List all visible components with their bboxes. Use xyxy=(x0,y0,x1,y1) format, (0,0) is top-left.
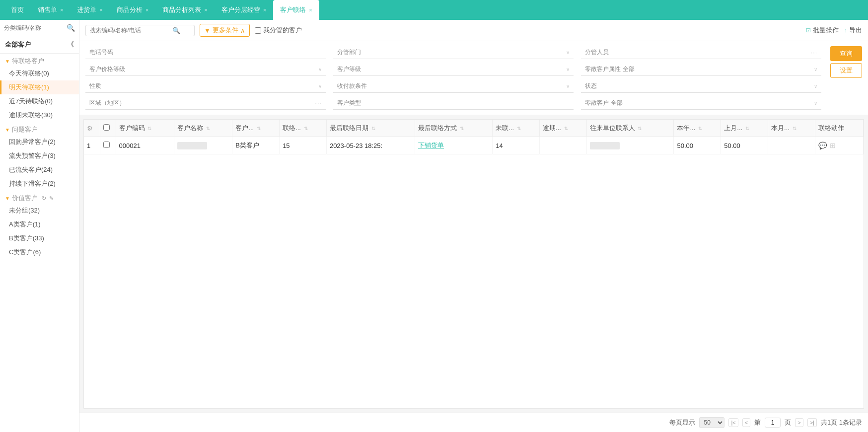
page-unit: 页 xyxy=(785,418,791,427)
filter-price-level[interactable]: 客户价格等级 ∨ xyxy=(85,63,326,76)
close-icon[interactable]: × xyxy=(263,7,266,13)
close-icon[interactable]: × xyxy=(204,7,207,13)
page-nav-prev[interactable]: < xyxy=(742,418,750,427)
nav-home[interactable]: 首页 xyxy=(4,0,31,20)
th-customer-name[interactable]: 客户名称 ⇅ xyxy=(174,120,232,137)
th-last-month[interactable]: 上月... ⇅ xyxy=(721,120,768,137)
search-input[interactable] xyxy=(90,27,169,34)
td-checkbox[interactable] xyxy=(100,137,116,154)
per-page-select[interactable]: 50 100 200 xyxy=(699,417,724,428)
filter-retail-customer[interactable]: 零散客户 全部 ∨ xyxy=(581,97,821,110)
filter-dept[interactable]: 分管部门 ∨ xyxy=(333,46,574,59)
nav-customer-contact[interactable]: 客户联络 × xyxy=(273,0,319,20)
page-nav-next[interactable]: > xyxy=(795,418,803,427)
td-last-contact-date: 2023-05-23 18:25: xyxy=(326,137,415,154)
close-icon[interactable]: × xyxy=(60,7,63,13)
sidebar-item-ungrouped[interactable]: 未分组(32) xyxy=(0,204,79,217)
sidebar-item-declining[interactable]: 持续下滑客户(2) xyxy=(0,177,79,191)
page-input[interactable] xyxy=(765,418,781,428)
th-settings[interactable]: ⚙ xyxy=(84,120,100,137)
gear-icon[interactable]: ⚙ xyxy=(87,125,93,132)
close-icon[interactable]: × xyxy=(99,7,102,13)
filter-phone[interactable]: 电话号码 xyxy=(85,46,326,59)
nav-product-analysis-list[interactable]: 商品分析列表 × xyxy=(155,0,214,20)
th-this-month[interactable]: 本月... ⇅ xyxy=(768,120,815,137)
sidebar-search-area: 🔍 xyxy=(0,20,79,36)
sort-icon: ⇅ xyxy=(745,126,749,131)
th-last-contact-date[interactable]: 最后联络日期 ⇅ xyxy=(326,120,415,137)
comment-icon[interactable]: 💬 xyxy=(818,142,827,149)
td-customer-code: 000021 xyxy=(116,137,174,154)
filter-status[interactable]: 状态 ∨ xyxy=(581,80,821,93)
select-all-checkbox[interactable] xyxy=(103,124,110,131)
last-contact-method-link[interactable]: 下销货单 xyxy=(418,142,444,149)
sidebar-all-customers[interactable]: 全部客户 《 xyxy=(0,36,79,54)
chevron-down-icon: ∨ xyxy=(318,67,322,72)
page-nav-last[interactable]: >| xyxy=(807,418,817,427)
sidebar-search-input[interactable] xyxy=(4,24,65,31)
page-label: 第 xyxy=(754,418,761,427)
filter-btn[interactable]: ▼ 更多条件 ∧ xyxy=(200,24,250,37)
query-btn[interactable]: 查询 xyxy=(830,46,862,61)
th-unlinked[interactable]: 未联... ⇅ xyxy=(493,120,540,137)
td-last-month: 50.00 xyxy=(721,137,768,154)
filter-manager[interactable]: 分管人员 ··· xyxy=(581,46,821,59)
row-checkbox[interactable] xyxy=(103,142,110,148)
grid-action-icon[interactable]: ⊞ xyxy=(830,142,836,149)
filter-customer-level[interactable]: 客户等级 ∨ xyxy=(333,63,574,76)
sidebar-item-churned[interactable]: 已流失客户(24) xyxy=(0,163,79,177)
filter-region[interactable]: 区域（地区） ··· xyxy=(85,97,326,110)
chevron-down-icon: ∨ xyxy=(318,83,322,89)
th-customer-code[interactable]: 客户编码 ⇅ xyxy=(116,120,174,137)
my-customers-checkbox-area[interactable]: 我分管的客户 xyxy=(255,26,302,35)
sidebar-item-overdue-contact[interactable]: 逾期未联络(30) xyxy=(0,108,79,122)
filter-customer-type[interactable]: 客户类型 xyxy=(333,97,574,110)
collapse-icon[interactable]: 《 xyxy=(67,40,74,49)
sidebar-item-class-a[interactable]: A类客户(1) xyxy=(0,217,79,231)
th-last-contact-method[interactable]: 最后联络方式 ⇅ xyxy=(415,120,493,137)
th-customer-type[interactable]: 客户... ⇅ xyxy=(232,120,280,137)
filter-panel: 电话号码 分管部门 ∨ 分管人员 ··· xyxy=(79,41,868,115)
nav-product-analysis[interactable]: 商品分析 × xyxy=(110,0,155,20)
sort-icon: ⇅ xyxy=(517,126,521,131)
chevron-down-icon: ∨ xyxy=(566,83,570,89)
nav-purchase[interactable]: 进货单 × xyxy=(70,0,109,20)
sidebar-item-class-b[interactable]: B类客户(33) xyxy=(0,231,79,245)
filter-row-4: 区域（地区） ··· 客户类型 零散客户 全部 ∨ xyxy=(85,97,821,110)
customer-table: ⚙ 客户编码 ⇅ 客户名称 ⇅ xyxy=(84,120,864,154)
th-overdue[interactable]: 逾期... ⇅ xyxy=(540,120,587,137)
sidebar-item-7days-contact[interactable]: 近7天待联络(0) xyxy=(0,94,79,108)
filter-payment[interactable]: 收付款条件 ∨ xyxy=(333,80,574,93)
sidebar-item-churn-warning[interactable]: 流失预警客户(3) xyxy=(0,149,79,163)
sidebar-item-today-contact[interactable]: 今天待联络(0) xyxy=(0,67,79,80)
edit-icon[interactable]: ✎ xyxy=(49,195,54,202)
th-contact-count[interactable]: 联络... ⇅ xyxy=(280,120,327,137)
batch-op-btn[interactable]: ☑ 批量操作 xyxy=(806,26,839,35)
filter-nature[interactable]: 性质 ∨ xyxy=(85,80,326,93)
filter-row-3: 性质 ∨ 收付款条件 ∨ 状态 ∨ xyxy=(85,80,821,93)
th-contact-action[interactable]: 联络动作 xyxy=(815,120,863,137)
more-icon: ··· xyxy=(315,100,322,107)
nav-customer-segment[interactable]: 客户分层经营 × xyxy=(215,0,273,20)
nav-sales[interactable]: 销售单 × xyxy=(31,0,70,20)
td-last-contact-method[interactable]: 下销货单 xyxy=(415,137,493,154)
close-icon[interactable]: × xyxy=(145,7,148,13)
set-btn[interactable]: 设置 xyxy=(830,63,862,78)
th-this-year[interactable]: 本年... ⇅ xyxy=(674,120,721,137)
search-icon[interactable]: 🔍 xyxy=(172,27,180,34)
page-nav-first[interactable]: |< xyxy=(728,418,738,427)
sidebar-item-class-c[interactable]: C类客户(6) xyxy=(0,245,79,259)
th-contact-person[interactable]: 往来单位联系人 ⇅ xyxy=(586,120,674,137)
td-this-month xyxy=(768,137,815,154)
my-customers-checkbox[interactable] xyxy=(255,27,261,34)
th-checkbox[interactable] xyxy=(100,120,116,137)
filter-buttons: 查询 设置 xyxy=(830,46,862,78)
export-btn[interactable]: ↑ 导出 xyxy=(845,26,863,35)
sidebar-item-abnormal-repurchase[interactable]: 回购异常客户(2) xyxy=(0,135,79,149)
refresh-icon[interactable]: ↻ xyxy=(42,195,46,202)
chevron-down-icon: ∨ xyxy=(814,83,817,89)
close-icon[interactable]: × xyxy=(309,7,312,13)
chevron-up-icon: ∧ xyxy=(240,27,245,34)
filter-retail-attr[interactable]: 零散客户属性 全部 ∨ xyxy=(581,63,821,76)
sidebar-item-tomorrow-contact[interactable]: 明天待联络(1) xyxy=(0,80,79,94)
